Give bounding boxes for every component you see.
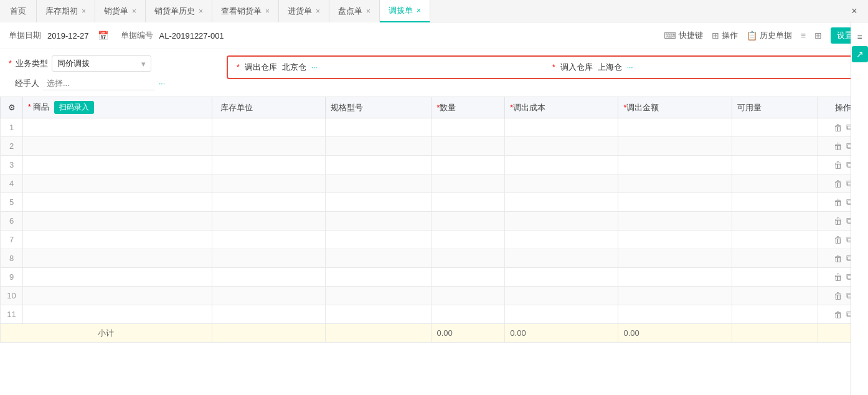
tab-transfer[interactable]: 调拨单 × xyxy=(380,0,430,22)
handler-input[interactable] xyxy=(43,77,155,90)
cell-qty-10[interactable] xyxy=(432,287,505,305)
cell-qty-3[interactable] xyxy=(432,156,505,174)
cell-spec-10[interactable] xyxy=(325,287,432,305)
cell-qty-7[interactable] xyxy=(432,231,505,249)
cell-qty-9[interactable] xyxy=(432,268,505,287)
delete-icon-8[interactable]: 🗑 xyxy=(834,254,842,264)
warehouse-in-more-icon[interactable]: ··· xyxy=(627,63,633,72)
tab-inventory-init[interactable]: 库存期初 × xyxy=(37,0,95,22)
cell-unit-8[interactable] xyxy=(212,249,325,268)
warehouse-out-more-icon[interactable]: ··· xyxy=(311,63,318,72)
delete-icon-10[interactable]: 🗑 xyxy=(834,291,842,301)
cell-goods-2[interactable] xyxy=(23,137,212,156)
history-action[interactable]: 📋 历史单据 xyxy=(747,30,792,41)
cell-unit-5[interactable] xyxy=(212,193,325,212)
delete-icon-3[interactable]: 🗑 xyxy=(834,160,842,170)
shortcut-action[interactable]: ⌨ 快捷键 xyxy=(664,30,703,41)
cell-goods-11[interactable] xyxy=(23,305,212,324)
cell-unit-1[interactable] xyxy=(212,118,325,137)
cell-qty-2[interactable] xyxy=(432,137,505,156)
cell-cost-8[interactable] xyxy=(505,249,618,268)
cell-goods-5[interactable] xyxy=(23,193,212,212)
cell-spec-7[interactable] xyxy=(325,231,432,249)
scan-button[interactable]: 扫码录入 xyxy=(54,101,94,114)
cell-spec-9[interactable] xyxy=(325,268,432,287)
cell-goods-6[interactable] xyxy=(23,212,212,231)
tab-home[interactable]: 首页 xyxy=(0,0,37,22)
cell-qty-1[interactable] xyxy=(432,118,505,137)
cell-spec-6[interactable] xyxy=(325,212,432,231)
cell-cost-6[interactable] xyxy=(505,212,618,231)
cell-spec-4[interactable] xyxy=(325,174,432,193)
cell-unit-9[interactable] xyxy=(212,268,325,287)
cell-amount-4[interactable] xyxy=(618,174,732,193)
cell-spec-5[interactable] xyxy=(325,193,432,212)
cell-spec-1[interactable] xyxy=(325,118,432,137)
tab-close-purchase-order[interactable]: × xyxy=(316,7,320,16)
cell-goods-4[interactable] xyxy=(23,174,212,193)
cell-goods-3[interactable] xyxy=(23,156,212,174)
cell-qty-5[interactable] xyxy=(432,193,505,212)
cell-spec-8[interactable] xyxy=(325,249,432,268)
tab-sales-history[interactable]: 销货单历史 × xyxy=(146,0,212,22)
sidebar-export-icon[interactable]: ↗ xyxy=(852,46,868,62)
cell-amount-2[interactable] xyxy=(618,137,732,156)
cell-cost-2[interactable] xyxy=(505,137,618,156)
cell-cost-9[interactable] xyxy=(505,268,618,287)
view-toggle-action[interactable]: ≡ xyxy=(801,31,806,40)
cell-goods-1[interactable] xyxy=(23,118,212,137)
tab-view-sales[interactable]: 查看销货单 × xyxy=(212,0,279,22)
cell-unit-7[interactable] xyxy=(212,231,325,249)
handler-more-icon[interactable]: ··· xyxy=(159,79,165,88)
delete-icon-7[interactable]: 🗑 xyxy=(834,235,842,245)
cell-unit-4[interactable] xyxy=(212,174,325,193)
cell-qty-8[interactable] xyxy=(432,249,505,268)
cell-cost-1[interactable] xyxy=(505,118,618,137)
cell-amount-9[interactable] xyxy=(618,268,732,287)
delete-icon-2[interactable]: 🗑 xyxy=(834,141,842,151)
cell-amount-7[interactable] xyxy=(618,231,732,249)
cell-unit-3[interactable] xyxy=(212,156,325,174)
cell-amount-8[interactable] xyxy=(618,249,732,268)
tab-purchase-order[interactable]: 进货单 × xyxy=(279,0,329,22)
tab-stocktake[interactable]: 盘点单 × xyxy=(329,0,380,22)
cell-amount-10[interactable] xyxy=(618,287,732,305)
cell-cost-3[interactable] xyxy=(505,156,618,174)
delete-icon-5[interactable]: 🗑 xyxy=(834,198,842,207)
tab-close-stocktake[interactable]: × xyxy=(366,7,370,16)
cell-qty-11[interactable] xyxy=(432,305,505,324)
cell-unit-11[interactable] xyxy=(212,305,325,324)
cell-goods-9[interactable] xyxy=(23,268,212,287)
delete-icon-9[interactable]: 🗑 xyxy=(834,272,842,282)
delete-icon-4[interactable]: 🗑 xyxy=(834,179,842,189)
window-close-button[interactable]: × xyxy=(847,4,862,19)
cell-cost-11[interactable] xyxy=(505,305,618,324)
delete-icon-6[interactable]: 🗑 xyxy=(834,216,842,226)
cell-unit-6[interactable] xyxy=(212,212,325,231)
cell-spec-3[interactable] xyxy=(325,156,432,174)
cell-amount-11[interactable] xyxy=(618,305,732,324)
cell-amount-1[interactable] xyxy=(618,118,732,137)
cell-qty-4[interactable] xyxy=(432,174,505,193)
cell-goods-7[interactable] xyxy=(23,231,212,249)
tab-close-view-sales[interactable]: × xyxy=(265,7,270,16)
grid-toggle-action[interactable]: ⊞ xyxy=(814,31,822,40)
cell-qty-6[interactable] xyxy=(432,212,505,231)
operations-action[interactable]: ⊞ 操作 xyxy=(712,30,738,41)
delete-icon-11[interactable]: 🗑 xyxy=(834,310,842,320)
cell-unit-10[interactable] xyxy=(212,287,325,305)
tab-close-sales-history[interactable]: × xyxy=(199,7,203,16)
tab-close-inventory-init[interactable]: × xyxy=(82,7,86,16)
tab-sales-order[interactable]: 销货单 × xyxy=(95,0,146,22)
calendar-icon[interactable]: 📅 xyxy=(98,31,108,40)
th-gear[interactable]: ⚙ xyxy=(1,97,23,118)
cell-spec-11[interactable] xyxy=(325,305,432,324)
cell-goods-10[interactable] xyxy=(23,287,212,305)
cell-amount-5[interactable] xyxy=(618,193,732,212)
cell-cost-7[interactable] xyxy=(505,231,618,249)
cell-cost-5[interactable] xyxy=(505,193,618,212)
cell-unit-2[interactable] xyxy=(212,137,325,156)
business-type-select[interactable]: 同价调拨 ▾ xyxy=(52,55,151,72)
sidebar-list-icon[interactable]: ≡ xyxy=(852,29,868,45)
cell-cost-10[interactable] xyxy=(505,287,618,305)
